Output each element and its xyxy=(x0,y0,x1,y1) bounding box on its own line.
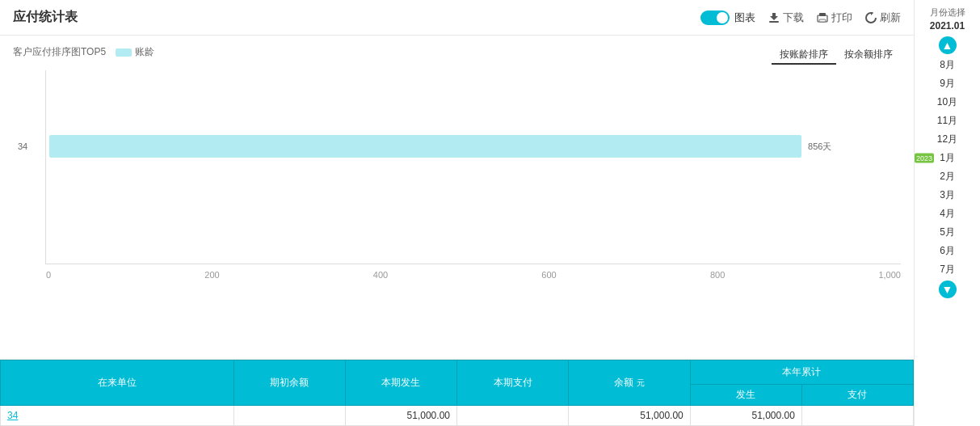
cell-ytd-pay xyxy=(801,406,913,426)
chart-legend: 客户应付排序图TOP5 账龄 xyxy=(13,45,154,59)
download-button[interactable]: 下载 xyxy=(768,11,804,25)
bar-area: 34 856天 0 200 400 600 800 1,000 xyxy=(45,70,901,264)
chart-container: 客户应付排序图TOP5 账龄 按账龄排序 按余额排序 34 xyxy=(13,45,901,349)
col-ytd: 本年累计 xyxy=(690,361,913,385)
month-8[interactable]: 8月 xyxy=(915,56,980,74)
month-12[interactable]: 12月 xyxy=(915,130,980,149)
cell-balance: 51,000.00 xyxy=(569,406,691,426)
table-row: 34 51,000.00 51,000.00 51,000.00 xyxy=(1,406,914,426)
cell-ytd-occur: 51,000.00 xyxy=(690,406,801,426)
chart-legend-title: 客户应付排序图TOP5 xyxy=(13,45,106,59)
col-opening: 期初余额 xyxy=(233,361,345,406)
month-1-2023[interactable]: 2023 1月 xyxy=(915,149,980,167)
sidebar-title: 月份选择 xyxy=(930,6,965,19)
month-2[interactable]: 2月 xyxy=(915,167,980,186)
x-label-1: 200 xyxy=(204,270,219,280)
header: 应付统计表 图表 下载 打印 刷新 xyxy=(0,0,914,36)
legend-color-box xyxy=(116,49,132,57)
table-area: 在来单位 期初余额 本期发生 本期支付 余额 元 本年累计 发生 支付 xyxy=(0,359,914,426)
cell-opening xyxy=(233,406,345,426)
legend-item-age: 账龄 xyxy=(116,45,154,59)
sort-tabs: 按账龄排序 按余额排序 xyxy=(772,46,901,65)
chart-legend-row: 客户应付排序图TOP5 账龄 按账龄排序 按余额排序 xyxy=(13,45,901,65)
col-ytd-pay: 支付 xyxy=(801,385,913,406)
page-title: 应付统计表 xyxy=(13,9,78,26)
print-button[interactable]: 打印 xyxy=(817,11,852,25)
col-balance: 余额 元 xyxy=(569,361,691,406)
chart-toggle[interactable] xyxy=(700,11,730,25)
sort-tab-balance[interactable]: 按余额排序 xyxy=(836,46,901,65)
cell-unit[interactable]: 34 xyxy=(1,406,234,426)
refresh-icon xyxy=(865,12,877,23)
scroll-down-button[interactable]: ▼ xyxy=(939,280,957,298)
bar-row-0: 34 856天 xyxy=(46,135,901,158)
bar-fill-0 xyxy=(49,135,801,158)
table-body: 34 51,000.00 51,000.00 51,000.00 xyxy=(1,406,914,426)
main-content: 应付统计表 图表 下载 打印 刷新 客户应付排序 xyxy=(0,0,914,426)
print-icon xyxy=(817,12,828,23)
svg-rect-0 xyxy=(769,21,779,23)
cell-current-pay xyxy=(456,406,568,426)
chart-area: 客户应付排序图TOP5 账龄 按账龄排序 按余额排序 34 xyxy=(0,36,914,359)
x-label-4: 800 xyxy=(710,270,725,280)
sidebar: 月份选择 2021.01 ▲ 8月 9月 10月 11月 12月 2023 1月… xyxy=(914,0,980,426)
x-label-0: 0 xyxy=(46,270,51,280)
sidebar-year: 2021.01 xyxy=(930,20,965,32)
x-label-3: 600 xyxy=(541,270,556,280)
svg-rect-3 xyxy=(819,19,826,22)
month-3[interactable]: 3月 xyxy=(915,186,980,205)
chart-toggle-label: 图表 xyxy=(734,11,755,25)
month-7[interactable]: 7月 xyxy=(915,260,980,279)
col-current-occur: 本期发生 xyxy=(345,361,456,406)
balance-unit: 元 xyxy=(637,378,645,387)
month-4[interactable]: 4月 xyxy=(915,205,980,223)
cell-current-occur: 51,000.00 xyxy=(345,406,456,426)
sort-tab-age[interactable]: 按账龄排序 xyxy=(772,46,836,65)
bar-chart: 34 856天 0 200 400 600 800 1,000 xyxy=(13,70,901,349)
svg-rect-2 xyxy=(819,13,826,16)
col-ytd-occur: 发生 xyxy=(690,385,801,406)
month-11[interactable]: 11月 xyxy=(915,112,980,130)
refresh-button[interactable]: 刷新 xyxy=(865,11,901,25)
col-current-pay: 本期支付 xyxy=(456,361,568,406)
data-table: 在来单位 期初余额 本期发生 本期支付 余额 元 本年累计 发生 支付 xyxy=(0,360,914,426)
x-label-2: 400 xyxy=(373,270,388,280)
chart-toggle-wrap: 图表 xyxy=(700,11,755,25)
x-label-5: 1,000 xyxy=(878,270,901,280)
table-header-top: 在来单位 期初余额 本期发生 本期支付 余额 元 本年累计 xyxy=(1,361,914,385)
month-9[interactable]: 9月 xyxy=(915,74,980,93)
download-icon xyxy=(768,12,780,23)
header-actions: 图表 下载 打印 刷新 xyxy=(700,11,901,25)
sidebar-months: 8月 9月 10月 11月 12月 2023 1月 2月 3月 4月 5月 6月… xyxy=(915,56,980,279)
col-unit: 在来单位 xyxy=(1,361,234,406)
legend-label: 账龄 xyxy=(135,45,154,59)
month-6[interactable]: 6月 xyxy=(915,242,980,260)
bar-value-0: 856天 xyxy=(808,141,831,153)
bar-label-0: 34 xyxy=(18,141,27,151)
month-10[interactable]: 10月 xyxy=(915,93,980,112)
month-5[interactable]: 5月 xyxy=(915,223,980,242)
year-badge-2023: 2023 xyxy=(915,153,934,163)
scroll-up-button[interactable]: ▲ xyxy=(939,36,957,54)
x-axis: 0 200 400 600 800 1,000 xyxy=(46,270,901,280)
